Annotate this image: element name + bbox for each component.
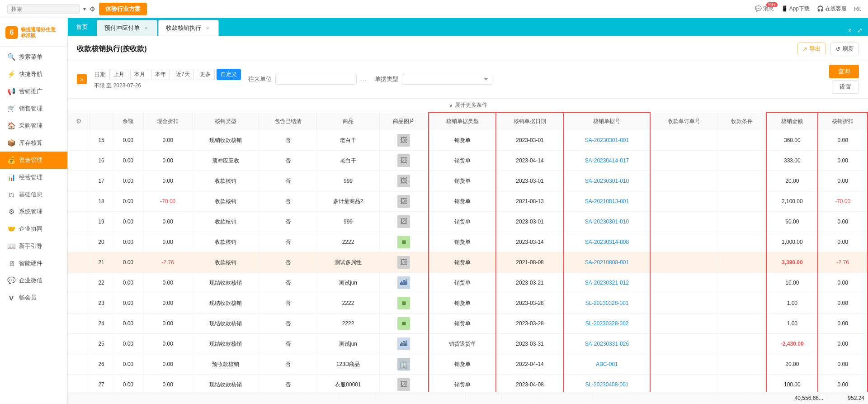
- sidebar-item-basic[interactable]: 🗂 基础信息: [0, 186, 67, 203]
- bill-no-link[interactable]: SA-20230414-017: [585, 157, 629, 164]
- tab-label: 预付冲应付单: [104, 24, 140, 32]
- date-7days[interactable]: 近7天: [172, 69, 194, 80]
- sidebar-item-corp[interactable]: 🤝 企业协同: [0, 220, 67, 238]
- td-checkbox[interactable]: [68, 252, 90, 273]
- td-checkbox[interactable]: [68, 314, 90, 334]
- td-balance: 0.00: [113, 171, 143, 191]
- td-writeoff-amount: 10.00: [766, 273, 818, 293]
- td-bill-no: SA-20230301-001: [564, 130, 651, 151]
- td-checkbox[interactable]: [68, 232, 90, 252]
- td-checkbox[interactable]: [68, 354, 90, 375]
- sidebar-item-wechat[interactable]: 💬 企业微信: [0, 272, 67, 289]
- type-select[interactable]: [402, 74, 492, 85]
- expand-more-btn[interactable]: ∨ 展开更多条件: [449, 101, 487, 109]
- date-this-year[interactable]: 本年: [151, 69, 170, 80]
- td-checkbox[interactable]: [68, 334, 90, 354]
- sales-icon: 🛒: [7, 105, 15, 113]
- sidebar-item-purchase[interactable]: 🏠 采购管理: [0, 117, 67, 134]
- online-service-btn[interactable]: 🎧 在线客服: [817, 5, 847, 13]
- td-receipt-order-no: [650, 151, 717, 171]
- app-download-btn[interactable]: 📱 App下载: [781, 5, 810, 13]
- td-bill-no: SA-20230414-017: [564, 151, 651, 171]
- td-product-image: 🖼: [379, 171, 429, 191]
- sidebar-item-label: 畅会员: [19, 294, 37, 302]
- refresh-btn[interactable]: ↺ 刷新: [830, 43, 859, 55]
- td-checkbox[interactable]: [68, 191, 90, 212]
- td-checkbox[interactable]: [68, 293, 90, 314]
- td-receipt-terms: [717, 252, 767, 273]
- td-checkbox[interactable]: [68, 273, 90, 293]
- th-balance: 余额: [113, 113, 143, 130]
- td-writeoff-discount: 0.00: [818, 171, 868, 191]
- td-checkbox[interactable]: [68, 151, 90, 171]
- gear-icon[interactable]: ⚙: [90, 5, 95, 13]
- bill-no-link[interactable]: SL-20230408-001: [585, 381, 628, 388]
- date-this-month[interactable]: 本月: [130, 69, 149, 80]
- td-balance: 0.00: [113, 252, 143, 273]
- sidebar-item-business[interactable]: 📊 经营管理: [0, 169, 67, 186]
- td-receipt-order-no: [650, 212, 717, 232]
- sidebar-item-sales[interactable]: 🛒 销售管理: [0, 100, 67, 117]
- sidebar-item-system[interactable]: ⚙ 系统管理: [0, 203, 67, 220]
- dropdown-icon[interactable]: ▾: [83, 6, 86, 12]
- td-checkbox[interactable]: [68, 171, 90, 191]
- notification-btn[interactable]: 💬 消息 99+: [755, 5, 774, 13]
- bill-no-link[interactable]: SA-20230301-010: [585, 178, 629, 184]
- tab-home[interactable]: 首页: [68, 19, 96, 36]
- unit-label: 往来单位: [248, 75, 272, 83]
- td-seq: 26: [90, 354, 113, 375]
- user-info[interactable]: Rit: [854, 6, 861, 12]
- bill-no-link[interactable]: SA-20210808-001: [585, 259, 629, 266]
- close-all-btn[interactable]: ×: [846, 25, 854, 36]
- unit-input[interactable]: [275, 74, 357, 85]
- td-checkbox[interactable]: [68, 130, 90, 151]
- tab-close-prepay[interactable]: ×: [142, 24, 150, 32]
- date-custom[interactable]: 自定义: [217, 69, 241, 80]
- sidebar-item-search[interactable]: 🔍 搜索菜单: [0, 48, 67, 66]
- sidebar-item-member[interactable]: V 畅会员: [0, 289, 67, 306]
- tab-prepay[interactable]: 预付冲应付单 ×: [97, 20, 157, 36]
- sidebar-item-finance[interactable]: 💰 资金管理: [0, 152, 67, 169]
- bill-no-link[interactable]: SA-20230321-012: [585, 280, 629, 286]
- sidebar-item-guide[interactable]: 📖 新手引导: [0, 238, 67, 255]
- bill-no-link[interactable]: SA-20230301-001: [585, 137, 629, 143]
- td-bill-type: 销货退货单: [429, 334, 496, 354]
- td-product: 2222: [317, 293, 380, 314]
- search-input[interactable]: [7, 4, 80, 14]
- settings-btn[interactable]: 设置: [832, 80, 859, 94]
- bill-no-link[interactable]: SL-20230328-002: [585, 320, 628, 327]
- sidebar-item-marketing[interactable]: 📢 营销推广: [0, 83, 67, 100]
- bill-no-link[interactable]: SA-20210813-001: [585, 198, 629, 204]
- export-btn[interactable]: ↗ 导出: [797, 43, 826, 55]
- td-bill-no: SA-20230331-026: [564, 334, 651, 354]
- filter-toggle-btn[interactable]: »: [77, 74, 87, 84]
- guide-icon: 📖: [7, 242, 15, 250]
- td-cash-discount: 0.00: [143, 273, 192, 293]
- bill-no-link[interactable]: SA-20230314-008: [585, 239, 629, 245]
- td-product-image: 🖼: [379, 130, 429, 151]
- tab-close-writeoff[interactable]: ×: [204, 24, 211, 32]
- td-balance: 0.00: [113, 293, 143, 314]
- td-checkbox[interactable]: [68, 212, 90, 232]
- industry-btn[interactable]: 休验行业方案: [99, 3, 147, 15]
- td-receipt-terms: [717, 334, 767, 354]
- date-more[interactable]: 更多: [196, 69, 215, 80]
- th-settings[interactable]: ⚙: [68, 113, 90, 130]
- sidebar-item-quick-nav[interactable]: ⚡ 快捷导航: [0, 66, 67, 83]
- sidebar-item-hardware[interactable]: 🖥 智能硬件: [0, 255, 67, 272]
- td-receipt-order-no: [650, 273, 717, 293]
- maximize-btn[interactable]: ⤢: [855, 25, 864, 36]
- sidebar-item-inventory[interactable]: 📦 库存核算: [0, 134, 67, 152]
- query-btn[interactable]: 查询: [829, 65, 859, 78]
- td-receipt-terms: [717, 191, 767, 212]
- td-cash-discount: 0.00: [143, 151, 192, 171]
- bill-no-link[interactable]: ABC-001: [596, 361, 618, 367]
- td-receipt-order-no: [650, 171, 717, 191]
- tab-writeoff[interactable]: 收款核销执行 ×: [158, 20, 219, 36]
- td-include-settled: 否: [259, 151, 317, 171]
- bill-no-link[interactable]: SA-20230331-026: [585, 341, 629, 347]
- bill-no-link[interactable]: SL-20230328-001: [585, 300, 628, 306]
- bill-no-link[interactable]: SA-20230301-010: [585, 219, 629, 225]
- date-last-month[interactable]: 上月: [109, 69, 128, 80]
- td-balance: 0.00: [113, 273, 143, 293]
